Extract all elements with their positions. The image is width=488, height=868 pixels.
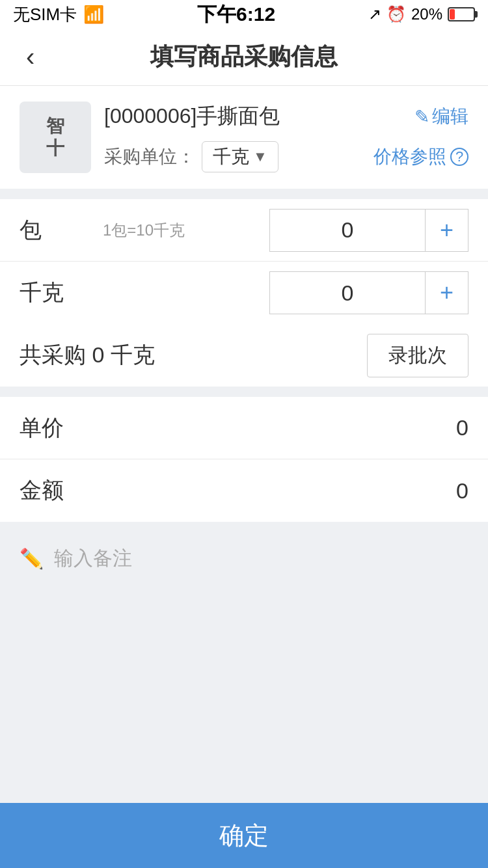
bao-plus-button[interactable]: + — [426, 209, 468, 252]
wifi-icon: 📶 — [83, 5, 104, 25]
unit-price-row: 单价 0 — [0, 397, 488, 459]
status-bar: 无SIM卡 📶 下午6:12 ↗ ⏰ 20% — [0, 0, 488, 29]
product-info: [0000006]手撕面包 采购单位： 千克 ▼ 价格参照 ? — [104, 102, 468, 172]
pencil-icon: ✏️ — [20, 547, 44, 570]
kg-input-row: 千克 + — [0, 262, 488, 324]
dropdown-arrow-icon: ▼ — [253, 148, 267, 165]
bao-input-row: 包 1包=10千克 + — [0, 199, 488, 262]
price-reference-button[interactable]: 价格参照 ? — [373, 144, 468, 169]
edit-icon: ✎ — [414, 106, 429, 128]
purchase-unit-label: 采购单位： — [104, 144, 195, 169]
kg-label: 千克 — [20, 278, 98, 308]
kg-plus-button[interactable]: + — [426, 271, 468, 314]
unit-price-value: 0 — [456, 415, 468, 441]
status-right: ↗ ⏰ 20% — [368, 5, 475, 23]
unit-selector[interactable]: 千克 ▼ — [202, 141, 278, 172]
edit-button[interactable]: ✎ 编辑 — [414, 104, 468, 129]
bao-label: 包 — [20, 215, 98, 245]
summary-row: 共采购 0 千克 录批次 — [0, 324, 488, 387]
back-button[interactable]: ‹ — [20, 36, 41, 78]
kg-input[interactable] — [269, 271, 426, 314]
remark-section[interactable]: ✏️ 输入备注 — [0, 527, 488, 590]
divider-1 — [0, 194, 488, 199]
bao-field-wrapper: + — [185, 209, 468, 252]
page-title: 填写商品采购信息 — [150, 41, 338, 73]
confirm-button[interactable]: 确定 — [0, 803, 488, 868]
unit-price-label: 单价 — [20, 413, 64, 443]
status-time: 下午6:12 — [197, 1, 275, 28]
price-ref-label: 价格参照 — [373, 144, 446, 169]
product-image: 智 十 — [20, 102, 91, 173]
bao-input[interactable] — [269, 209, 426, 252]
battery-fill — [450, 9, 455, 20]
location-icon: ↗ — [368, 5, 381, 23]
input-section: 包 1包=10千克 + 千克 + — [0, 199, 488, 324]
summary-section: 共采购 0 千克 录批次 — [0, 324, 488, 392]
status-left: 无SIM卡 📶 — [13, 3, 104, 26]
kg-field-wrapper: + — [98, 271, 468, 314]
divider-2 — [0, 392, 488, 397]
record-batch-button[interactable]: 录批次 — [367, 334, 468, 377]
product-name: [0000006]手撕面包 — [104, 102, 468, 131]
summary-text: 共采购 0 千克 — [20, 340, 155, 370]
product-meta: 采购单位： 千克 ▼ 价格参照 ? — [104, 141, 468, 172]
bao-sublabel: 1包=10千克 — [103, 220, 185, 241]
product-logo: 智 十 — [46, 115, 64, 159]
help-icon: ? — [450, 148, 468, 166]
purchase-unit: 采购单位： 千克 ▼ — [104, 141, 278, 172]
amount-row: 金额 0 — [0, 459, 488, 522]
price-section: 单价 0 金额 0 — [0, 397, 488, 527]
unit-value: 千克 — [213, 144, 249, 169]
alarm-icon: ⏰ — [386, 5, 406, 23]
remark-placeholder: 输入备注 — [54, 545, 132, 572]
edit-label: 编辑 — [432, 104, 468, 129]
product-card: 智 十 [0000006]手撕面包 采购单位： 千克 ▼ 价格参照 ? ✎ 编辑 — [0, 86, 488, 194]
amount-label: 金额 — [20, 476, 64, 506]
battery-percent: 20% — [411, 5, 442, 23]
carrier-label: 无SIM卡 — [13, 3, 77, 26]
battery-icon — [448, 7, 475, 21]
nav-bar: ‹ 填写商品采购信息 — [0, 29, 488, 86]
amount-value: 0 — [456, 478, 468, 504]
